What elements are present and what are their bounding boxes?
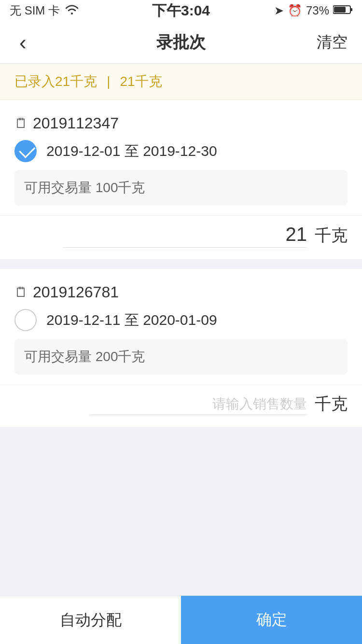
summary-total: 21千克 bbox=[120, 72, 162, 91]
doc-icon-2: 🗒 bbox=[14, 284, 28, 300]
alarm-icon: ⏰ bbox=[288, 4, 302, 17]
quantity-unit-1: 千克 bbox=[315, 224, 348, 247]
batch-date-1: 2019-12-01 至 2019-12-30 bbox=[46, 141, 217, 161]
batch-header-1: 🗒 2019112347 bbox=[0, 100, 362, 132]
radio-1[interactable] bbox=[14, 140, 37, 162]
confirm-button[interactable]: 确定 bbox=[181, 596, 362, 644]
summary-bar: 已录入21千克 | 21千克 bbox=[0, 64, 362, 100]
batch-row-1[interactable]: 2019-12-01 至 2019-12-30 bbox=[0, 132, 362, 170]
card-separator bbox=[0, 259, 362, 269]
quantity-input-2[interactable] bbox=[90, 392, 307, 415]
quantity-input-1[interactable] bbox=[63, 224, 307, 248]
bottom-bar: 自动分配 确定 bbox=[0, 596, 362, 644]
batch-card-2: 🗒 2019126781 2019-12-11 至 2020-01-09 可用交… bbox=[0, 269, 362, 427]
summary-recorded: 已录入21千克 bbox=[14, 72, 97, 91]
battery-icon bbox=[333, 4, 352, 17]
battery-label: 73% bbox=[306, 4, 329, 17]
batch-id-2: 2019126781 bbox=[33, 283, 119, 301]
doc-icon-1: 🗒 bbox=[14, 115, 28, 131]
batch-id-1: 2019112347 bbox=[33, 114, 119, 132]
status-right: ➤ ⏰ 73% bbox=[274, 4, 352, 17]
quantity-row-2: 千克 bbox=[0, 384, 362, 427]
batch-date-2: 2019-12-11 至 2020-01-09 bbox=[46, 310, 217, 330]
batch-row-2[interactable]: 2019-12-11 至 2020-01-09 bbox=[0, 301, 362, 339]
summary-divider: | bbox=[107, 74, 110, 89]
empty-area bbox=[0, 427, 362, 620]
nav-bar: ‹ 录批次 清空 bbox=[0, 21, 362, 64]
clear-button[interactable]: 清空 bbox=[317, 32, 348, 53]
page-title: 录批次 bbox=[156, 31, 206, 54]
status-left: 无 SIM 卡 bbox=[10, 3, 79, 18]
quantity-unit-2: 千克 bbox=[315, 393, 348, 415]
svg-rect-1 bbox=[350, 8, 352, 11]
batch-card-1: 🗒 2019112347 2019-12-01 至 2019-12-30 可用交… bbox=[0, 100, 362, 259]
status-time: 下午3:04 bbox=[152, 1, 210, 21]
location-icon: ➤ bbox=[274, 4, 284, 17]
radio-2[interactable] bbox=[14, 309, 37, 331]
wifi-icon bbox=[65, 4, 79, 17]
status-bar: 无 SIM 卡 下午3:04 ➤ ⏰ 73% bbox=[0, 0, 362, 21]
back-button[interactable]: ‹ bbox=[14, 26, 31, 59]
batch-header-2: 🗒 2019126781 bbox=[0, 269, 362, 301]
carrier-label: 无 SIM 卡 bbox=[10, 3, 60, 18]
content-area: 🗒 2019112347 2019-12-01 至 2019-12-30 可用交… bbox=[0, 100, 362, 620]
svg-rect-2 bbox=[334, 7, 346, 13]
batch-available-1: 可用交易量 100千克 bbox=[14, 170, 348, 206]
auto-distribute-button[interactable]: 自动分配 bbox=[0, 596, 181, 644]
quantity-row-1: 千克 bbox=[0, 215, 362, 259]
batch-available-2: 可用交易量 200千克 bbox=[14, 339, 348, 375]
